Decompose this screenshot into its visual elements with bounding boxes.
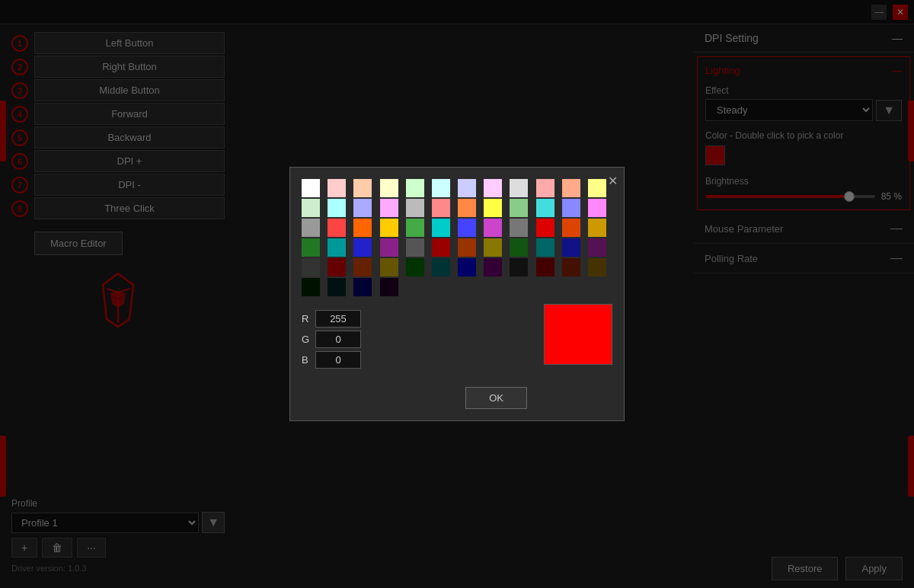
- color-cell[interactable]: [536, 199, 554, 217]
- color-cell[interactable]: [328, 278, 346, 296]
- r-label: R: [302, 313, 311, 324]
- color-cell[interactable]: [406, 179, 424, 197]
- color-cell[interactable]: [484, 179, 502, 197]
- color-cell[interactable]: [588, 179, 606, 197]
- color-cell[interactable]: [510, 179, 528, 197]
- color-cell[interactable]: [588, 199, 606, 217]
- color-cell[interactable]: [302, 179, 320, 197]
- color-cell[interactable]: [484, 238, 502, 257]
- color-cell[interactable]: [536, 219, 554, 237]
- r-input[interactable]: [315, 310, 361, 328]
- color-cell[interactable]: [353, 238, 372, 257]
- color-cell[interactable]: [432, 219, 450, 237]
- color-cell[interactable]: [536, 238, 554, 257]
- color-cell[interactable]: [458, 179, 476, 197]
- color-cell[interactable]: [458, 199, 476, 217]
- color-cell[interactable]: [328, 258, 346, 276]
- color-cell[interactable]: [510, 238, 528, 257]
- color-cell[interactable]: [353, 219, 372, 237]
- color-cell[interactable]: [588, 219, 606, 237]
- r-row: R: [302, 310, 527, 328]
- color-cell[interactable]: [536, 258, 554, 276]
- color-cell[interactable]: [432, 199, 450, 217]
- b-label: B: [302, 354, 311, 366]
- color-cell[interactable]: [536, 179, 554, 197]
- color-cell[interactable]: [484, 258, 502, 276]
- g-label: G: [302, 334, 311, 345]
- color-cell[interactable]: [406, 238, 424, 257]
- color-cell[interactable]: [302, 199, 320, 217]
- color-cell[interactable]: [510, 219, 528, 237]
- color-cell[interactable]: [328, 219, 346, 237]
- color-cell[interactable]: [432, 238, 450, 257]
- color-grid: [302, 179, 612, 296]
- color-cell[interactable]: [510, 258, 528, 276]
- app-window: — ✕ 1Left Button2Right Button3Middle But…: [0, 0, 914, 588]
- color-cell[interactable]: [432, 179, 450, 197]
- color-cell[interactable]: [458, 238, 476, 257]
- color-picker-overlay: ✕ R G: [0, 0, 914, 588]
- dialog-close-button[interactable]: ✕: [608, 174, 618, 188]
- color-cell[interactable]: [484, 219, 502, 237]
- color-cell[interactable]: [562, 199, 580, 217]
- color-cell[interactable]: [562, 238, 580, 257]
- color-cell[interactable]: [380, 258, 398, 276]
- color-cell[interactable]: [380, 219, 398, 237]
- color-cell[interactable]: [510, 199, 528, 217]
- color-cell[interactable]: [380, 238, 398, 257]
- color-cell[interactable]: [458, 219, 476, 237]
- rgb-inputs: R G B: [302, 310, 527, 369]
- color-cell[interactable]: [328, 179, 346, 197]
- color-cell[interactable]: [302, 219, 320, 237]
- color-cell[interactable]: [328, 199, 346, 217]
- color-cell[interactable]: [380, 199, 398, 217]
- color-cell[interactable]: [562, 179, 580, 197]
- color-cell[interactable]: [302, 278, 320, 296]
- color-preview-large: [544, 304, 612, 365]
- color-cell[interactable]: [353, 199, 372, 217]
- color-cell[interactable]: [353, 258, 372, 276]
- color-cell[interactable]: [406, 199, 424, 217]
- dialog-ok-button[interactable]: OK: [465, 387, 527, 409]
- color-cell[interactable]: [353, 179, 372, 197]
- color-cell[interactable]: [562, 258, 580, 276]
- color-cell[interactable]: [328, 238, 346, 257]
- color-cell[interactable]: [562, 219, 580, 237]
- dialog-actions: OK: [302, 381, 527, 409]
- color-cell[interactable]: [588, 238, 606, 257]
- picker-bottom: R G B OK: [302, 304, 612, 409]
- color-cell[interactable]: [432, 258, 450, 276]
- color-cell[interactable]: [380, 179, 398, 197]
- color-cell[interactable]: [458, 258, 476, 276]
- color-cell[interactable]: [588, 258, 606, 276]
- color-cell[interactable]: [484, 199, 502, 217]
- color-cell[interactable]: [406, 219, 424, 237]
- color-cell[interactable]: [380, 278, 398, 296]
- g-row: G: [302, 331, 527, 348]
- color-cell[interactable]: [302, 238, 320, 257]
- b-input[interactable]: [315, 351, 361, 369]
- color-cell[interactable]: [353, 278, 372, 296]
- b-row: B: [302, 351, 527, 369]
- color-cell[interactable]: [302, 258, 320, 276]
- color-cell[interactable]: [406, 258, 424, 276]
- color-picker-dialog: ✕ R G: [289, 167, 625, 421]
- g-input[interactable]: [315, 331, 361, 348]
